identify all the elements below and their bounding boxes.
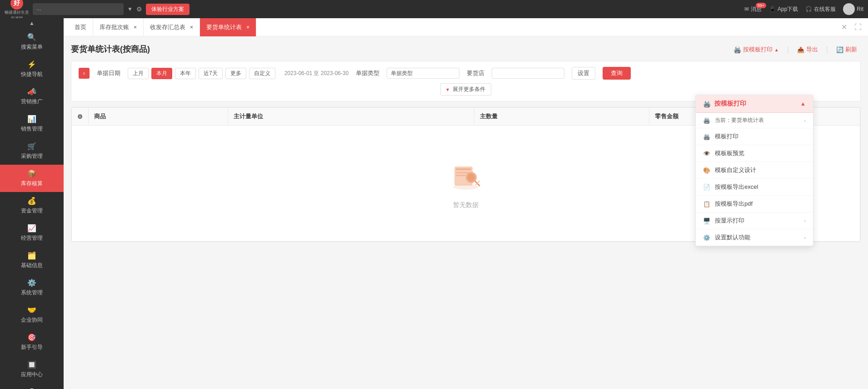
date-btn-prev[interactable]: 上月: [128, 68, 149, 79]
sidebar-item-apps[interactable]: 🔲 应用中心: [0, 356, 64, 383]
tab-bar: 首页 库存批次账 × 收发存汇总表 × 要货单统计表 × ✕ ⛶: [64, 18, 868, 36]
tab-batch-accounts-close[interactable]: ×: [134, 24, 137, 30]
sidebar-item-marketing[interactable]: 📣 营销推广: [0, 83, 64, 110]
col-unit: 主计量单位: [228, 108, 474, 126]
app-download-btn[interactable]: 📱 App下载: [769, 5, 798, 13]
print-dropdown-title: 🖨️ 按模板打印: [703, 100, 746, 108]
print-preview-item[interactable]: 👁️ 模板板预览: [696, 145, 813, 162]
tab-goods-stats-close[interactable]: ×: [246, 24, 249, 30]
filter-row-1: › 单据日期 上月 本月 本年 近7天 更多 自定义 2023-06-01 至 …: [79, 67, 853, 80]
display-print-arrow: ›: [804, 218, 806, 223]
tab-goods-stats-label: 要货单统计表: [206, 23, 242, 31]
gear-button[interactable]: ⚙: [136, 5, 142, 13]
date-btn-7days[interactable]: 近7天: [199, 68, 223, 79]
logo-icon: 好: [10, 0, 23, 10]
sidebar-label-finance: 资金管理: [21, 207, 43, 215]
sidebar-label-enterprise: 企业协同: [21, 316, 43, 324]
quick-nav-icon: ⚡: [27, 60, 36, 69]
date-btn-more[interactable]: 更多: [225, 68, 246, 79]
refresh-btn[interactable]: 🔄 刷新: [833, 44, 861, 56]
col-quantity: 主数量: [474, 108, 649, 126]
sidebar-label-purchase: 采购管理: [21, 152, 43, 160]
print-template-btn[interactable]: 🖨️ 按模板打印 ▲: [730, 44, 783, 56]
filter-expand-toggle[interactable]: ›: [79, 68, 90, 79]
tab-goods-stats[interactable]: 要货单统计表 ×: [200, 18, 256, 36]
tab-maximize-btn[interactable]: ⛶: [853, 21, 863, 33]
refresh-icon: 🔄: [836, 46, 843, 53]
sidebar-item-search[interactable]: 🔍 搜索菜单: [0, 28, 64, 56]
tab-batch-accounts[interactable]: 库存批次账 ×: [93, 18, 144, 36]
svg-point-6: [468, 174, 475, 181]
app-name: 畅捷通好生意: [5, 10, 29, 15]
goods-label: 要货店: [467, 69, 484, 77]
tab-batch-accounts-label: 库存批次账: [100, 23, 129, 31]
display-print-item[interactable]: 🖥️ 按显示打印 ›: [696, 212, 813, 229]
refresh-label: 刷新: [845, 45, 857, 54]
display-print-label: 按显示打印: [715, 217, 744, 225]
page-content: 要货单统计表(按商品) 🖨️ 按模板打印 ▲ | 📤 导出 | 🔄 刷新: [64, 36, 868, 389]
guide-icon: 🎯: [27, 333, 36, 342]
finance-icon: 💰: [27, 197, 36, 205]
sidebar-item-finance[interactable]: 💰 资金管理: [0, 192, 64, 219]
print-excel-item[interactable]: 📄 按模板导出excel: [696, 179, 813, 196]
set-default-item[interactable]: ⚙️ 设置默认功能 ›: [696, 229, 813, 246]
template-excel-icon: 📄: [703, 184, 710, 191]
template-design-icon: 🎨: [703, 167, 710, 174]
template-design-label: 模板自定义设计: [715, 166, 756, 174]
sidebar-item-sales[interactable]: 📊 销售管理: [0, 110, 64, 137]
user-name: Rit: [857, 6, 863, 12]
system-icon: ⚙️: [27, 278, 36, 287]
goods-select[interactable]: [492, 68, 564, 79]
print-current-icon: 🖨️: [703, 117, 710, 124]
type-select[interactable]: 单据类型: [387, 68, 459, 79]
tab-bar-right: ✕ ⛶: [839, 21, 863, 33]
settings-btn[interactable]: 设置: [572, 67, 595, 80]
expand-label: 展开更多条件: [453, 86, 485, 93]
print-header-arrow: ▲: [800, 101, 806, 107]
sidebar-item-wechat[interactable]: 💬 企业微信: [0, 383, 64, 389]
date-btn-year[interactable]: 本年: [175, 68, 196, 79]
print-template-label: 按模板打印: [743, 45, 773, 54]
sidebar-item-operations[interactable]: 📈 经营管理: [0, 219, 64, 247]
message-btn[interactable]: ✉ 消息 99+: [744, 5, 762, 13]
date-btn-custom[interactable]: 自定义: [249, 68, 275, 79]
date-btn-curr[interactable]: 本月: [151, 68, 172, 79]
export-btn[interactable]: 📤 导出: [793, 44, 822, 56]
top-bar: 好 畅捷通好生意 标准版 ··· ▼ ⚙ 体验行业方案 ✉ 消息 99+ 📱 A…: [0, 0, 868, 18]
trial-btn[interactable]: 体验行业方案: [146, 4, 190, 15]
date-range-display: 2023-06-01 至 2023-06-30: [284, 70, 349, 77]
tab-receivable[interactable]: 收发存汇总表 ×: [144, 18, 200, 36]
empty-text: 暂无数据: [453, 201, 479, 209]
app-download-label: App下载: [778, 5, 798, 13]
user-avatar[interactable]: Rit: [843, 3, 863, 15]
query-btn[interactable]: 查询: [603, 67, 631, 80]
tab-home[interactable]: 首页: [68, 18, 93, 36]
print-dropdown-header[interactable]: 🖨️ 按模板打印 ▲: [696, 95, 813, 113]
sidebar-item-enterprise[interactable]: 🤝 企业协同: [0, 301, 64, 328]
sidebar-label-basic: 基础信息: [21, 262, 43, 269]
operations-icon: 📈: [27, 224, 36, 232]
sidebar-item-purchase[interactable]: 🛒 采购管理: [0, 137, 64, 165]
set-default-label: 设置默认功能: [715, 233, 750, 242]
tab-receivable-close[interactable]: ×: [190, 24, 193, 30]
online-service-btn[interactable]: 🎧 在线客服: [805, 5, 836, 13]
message-badge: 99+: [756, 3, 766, 8]
search-dropdown-btn[interactable]: ▼: [127, 6, 133, 12]
print-pdf-item[interactable]: 📋 按模板导出pdf: [696, 196, 813, 212]
col-settings: ⚙: [72, 108, 89, 126]
sidebar-item-guide[interactable]: 🎯 新手引导: [0, 328, 64, 356]
sidebar-item-inventory[interactable]: 📦 库存核算: [0, 165, 64, 192]
sidebar-item-system[interactable]: ⚙️ 系统管理: [0, 274, 64, 301]
print-current-item[interactable]: 🖨️ 当前：要货单统计表 ›: [696, 113, 813, 128]
set-default-icon: ⚙️: [703, 234, 710, 241]
sidebar-scroll-up[interactable]: ▲: [0, 18, 64, 28]
sidebar-item-basic[interactable]: 🗂️ 基础信息: [0, 247, 64, 274]
message-icon: ✉: [744, 6, 749, 12]
print-template-item[interactable]: 🖨️ 模板打印: [696, 128, 813, 145]
expand-btn[interactable]: ▾ 展开更多条件: [440, 83, 491, 96]
sidebar-item-quick-nav[interactable]: ⚡ 快捷导航: [0, 56, 64, 83]
print-design-item[interactable]: 🎨 模板自定义设计: [696, 162, 813, 179]
col-settings-icon[interactable]: ⚙: [77, 113, 83, 120]
search-bar: ···: [33, 3, 124, 15]
tab-close-all-btn[interactable]: ✕: [839, 21, 849, 33]
